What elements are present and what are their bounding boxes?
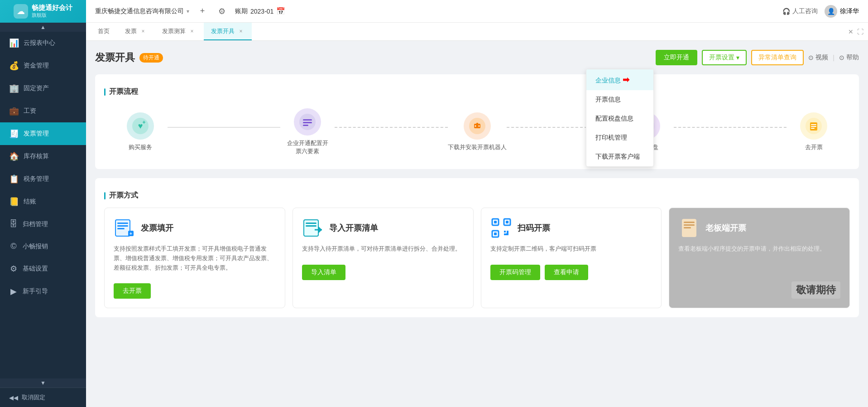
flow-label-2: 企业开通配置开票六要素 — [285, 139, 330, 155]
company-selector[interactable]: 重庆畅捷交通信息咨询有限公司 ▾ — [95, 7, 189, 15]
period-label: 账期 — [235, 7, 248, 15]
sidebar-label-xiaochang: 小畅报销 — [23, 242, 48, 251]
sidebar-label-shuiwu: 税务管理 — [24, 175, 49, 183]
flow-step-5: 去开票 — [786, 112, 841, 151]
video-button[interactable]: ⊙ 视频 — [808, 53, 828, 62]
flow-icon-1: ♥ + — [127, 112, 154, 140]
sidebar: ▲ 📊 云报表中心 💰 资金管理 🏢 固定资产 💼 工资 🧾 发票管理 — [0, 23, 86, 407]
sidebar-item-jiezhang[interactable]: 📒 结账 — [0, 190, 86, 213]
sidebar-label-jichushezhi: 基础设置 — [23, 265, 48, 273]
scroll-up-button[interactable]: ▲ — [0, 23, 86, 32]
flow-step-1: ♥ + 购买服务 — [113, 112, 168, 151]
scroll-down-button[interactable]: ▼ — [0, 378, 86, 388]
settings-button-invoice[interactable]: 开票设置 ▾ — [702, 50, 747, 65]
page-title: 发票开具 — [95, 51, 135, 64]
flow-label-1: 购买服务 — [129, 143, 152, 151]
tab-invoice-open-close[interactable]: × — [237, 28, 245, 35]
archive-icon: 🗄 — [9, 219, 18, 229]
import-list-button[interactable]: 导入清单 — [302, 265, 345, 280]
activate-button[interactable]: 立即开通 — [656, 50, 697, 65]
sidebar-item-xinshou[interactable]: ▶ 新手引导 — [0, 280, 86, 303]
tab-invoice-open[interactable]: 发票开具 × — [204, 23, 252, 40]
close-all-icon[interactable]: ✕ — [848, 28, 854, 35]
user-info[interactable]: 👤 徐泽华 — [825, 5, 859, 18]
view-apply-button[interactable]: 查看申请 — [545, 265, 588, 280]
calendar-icon[interactable]: 📅 — [276, 7, 285, 15]
tab-invoice-calc-close[interactable]: × — [188, 28, 196, 35]
question-circle-icon: ⊙ — [839, 54, 844, 61]
consult-button[interactable]: 🎧 人工咨询 — [782, 7, 818, 15]
dropdown-item-company[interactable]: 企业信息 ➡ — [586, 69, 653, 90]
svg-point-10 — [478, 126, 480, 127]
method-card-import: 导入开票清单 支持导入待开票清单，可对待开票清单进行拆分、合并处理。 导入清单 — [293, 208, 474, 308]
flow-connector-1 — [168, 127, 280, 128]
method-card-fill: + 发票填开 支持按照发票样式手工填开发票；可开具增值税电子普通发票、增值税普通… — [104, 208, 285, 308]
tab-invoice-calc[interactable]: 发票测算 × — [155, 23, 203, 40]
divider: | — [833, 54, 834, 61]
svg-rect-38 — [504, 231, 506, 233]
svg-point-9 — [475, 126, 476, 127]
add-company-button[interactable]: + — [196, 5, 209, 18]
method-header-scan: 扫码开票 — [490, 217, 652, 239]
sidebar-item-gongzi[interactable]: 💼 工资 — [0, 100, 86, 122]
flow-connector-2 — [335, 127, 447, 128]
tab-invoice[interactable]: 发票 × — [118, 23, 154, 40]
dropdown-item-invoice-info[interactable]: 开票信息 — [586, 90, 653, 109]
tab-invoice-open-label: 发票开具 — [211, 27, 235, 35]
top-right: 🎧 人工咨询 👤 徐泽华 — [782, 5, 868, 18]
dropdown-item-download[interactable]: 下载开票客户端 — [586, 147, 653, 166]
svg-rect-27 — [304, 220, 318, 236]
sidebar-item-zijin[interactable]: 💰 资金管理 — [0, 54, 86, 77]
sidebar-item-jichushezhi[interactable]: ⚙ 基础设置 — [0, 257, 86, 280]
settings-dropdown-menu: 企业信息 ➡ 开票信息 配置税盘信息 打印机管理 — [586, 69, 654, 167]
logo-text: 畅捷通好会计 — [32, 4, 72, 12]
cancel-pin-button[interactable]: ◀◀ 取消固定 — [0, 388, 86, 407]
import-invoice-icon — [302, 217, 324, 239]
sidebar-label-zijin: 资金管理 — [24, 62, 49, 70]
avatar: 👤 — [825, 5, 837, 18]
main-layout: ▲ 📊 云报表中心 💰 资金管理 🏢 固定资产 💼 工资 🧾 发票管理 — [0, 23, 868, 407]
qrcode-manage-button[interactable]: 开票码管理 — [490, 265, 540, 280]
sidebar-item-fapiao[interactable]: 🧾 发票管理 — [0, 122, 86, 145]
red-arrow-icon: ➡ — [623, 75, 629, 85]
tab-home[interactable]: 首页 — [91, 23, 117, 40]
logo-icon: ☁ — [14, 4, 28, 19]
flow-label-3: 下载并安装开票机器人 — [448, 143, 507, 151]
money-icon: 💰 — [9, 61, 19, 71]
video-label: 视频 — [815, 53, 828, 62]
dropdown-item-printer[interactable]: 打印机管理 — [586, 128, 653, 147]
sidebar-label-xinshou: 新手引导 — [23, 287, 48, 296]
flow-icon-3 — [464, 112, 491, 140]
svg-rect-5 — [303, 122, 312, 123]
svg-rect-42 — [684, 222, 695, 223]
svg-rect-6 — [303, 125, 308, 126]
settings-button[interactable]: ⚙ — [216, 5, 228, 18]
config-icon — [299, 114, 316, 130]
sidebar-item-guidang[interactable]: 🗄 归档管理 — [0, 213, 86, 235]
sidebar-item-yunbao[interactable]: 📊 云报表中心 — [0, 32, 86, 54]
taxdisk-label: 配置税盘信息 — [595, 115, 633, 122]
flow-icon-5 — [800, 112, 827, 140]
sidebar-item-shuiwu[interactable]: 📋 税务管理 — [0, 168, 86, 190]
ledger-icon: 📒 — [9, 197, 19, 207]
tab-bar-right: ✕ ⛶ — [848, 23, 863, 40]
top-bar: ☁ 畅捷通好会计 旗舰版 重庆畅捷交通信息咨询有限公司 ▾ + ⚙ 账期 202… — [0, 0, 868, 23]
tab-invoice-label: 发票 — [125, 27, 137, 35]
abnormal-list-button[interactable]: 异常清单查询 — [751, 50, 804, 65]
expand-icon[interactable]: ⛶ — [857, 28, 863, 35]
username: 徐泽华 — [840, 7, 859, 15]
help-button[interactable]: ⊙ 帮助 — [839, 53, 859, 62]
svg-rect-35 — [494, 221, 497, 223]
go-invoice-button[interactable]: 去开票 — [114, 283, 151, 299]
dropdown-item-taxdisk[interactable]: 配置税盘信息 — [586, 109, 653, 128]
svg-rect-36 — [506, 221, 508, 223]
settings-label: 开票设置 — [709, 53, 734, 62]
svg-rect-24 — [117, 228, 125, 229]
sidebar-item-xiaochang[interactable]: © 小畅报销 — [0, 235, 86, 257]
robot-icon — [469, 118, 485, 134]
sidebar-item-kucun[interactable]: 🏠 库存核算 — [0, 145, 86, 168]
sidebar-item-gudingzichan[interactable]: 🏢 固定资产 — [0, 77, 86, 100]
tab-invoice-close[interactable]: × — [139, 28, 147, 35]
flow-step-2: 企业开通配置开票六要素 — [280, 108, 335, 155]
tax-icon: 📋 — [9, 174, 19, 184]
